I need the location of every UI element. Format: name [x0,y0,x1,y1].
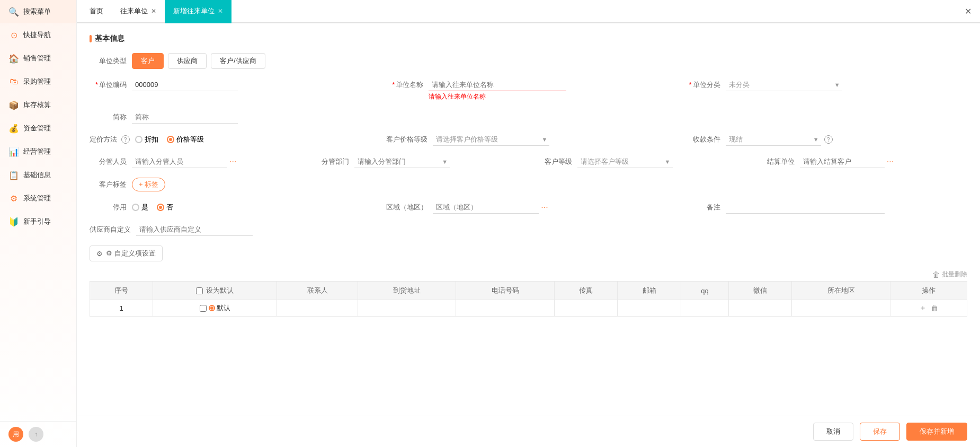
row-actions: ＋ 🗑 [896,303,961,313]
finance-icon: 💰 [8,123,19,134]
sidebar-item-search[interactable]: 🔍 搜索菜单 [0,0,76,23]
customer-level-select[interactable]: 请选择客户等级 [577,155,673,168]
row-delete-icon[interactable]: 🗑 [931,304,938,312]
pricing-discount[interactable]: 折扣 [135,135,158,144]
sidebar-item-inventory[interactable]: 📦 库存核算 [0,93,76,117]
sidebar-item-system[interactable]: ⚙ 系统管理 [0,187,76,210]
row-disabled-region: 停用 是 否 区域（地区） ··· 备注 [90,201,967,214]
cell-default: 默认 [153,300,277,317]
unit-type-customer[interactable]: 客户 [132,53,164,69]
table-header-checkbox[interactable] [196,287,203,294]
sidebar-item-quick-nav[interactable]: ⊙ 快捷导航 [0,23,76,47]
unit-name-input[interactable] [429,78,566,91]
region-label: 区域（地区） [386,203,433,212]
table-row: 1 默认 [90,300,967,317]
sidebar-item-purchase[interactable]: 🛍 采购管理 [0,70,76,93]
tab-add-partner-close[interactable]: ✕ [218,7,223,15]
col-address: 到货地址 [358,282,456,300]
cell-wechat [729,300,792,317]
table-header-row: 序号 设为默认 联系人 到货地址 电话号码 传真 邮箱 qq 微信 所在地区 [90,282,967,300]
customer-tag-field: 客户标签 + 标签 [90,178,967,191]
payment-terms-help[interactable]: ? [824,135,833,144]
batch-delete-icon: 🗑 [932,270,940,279]
disabled-no[interactable]: 否 [157,203,173,212]
row-add-icon[interactable]: ＋ [919,303,926,313]
supplier-custom-input[interactable] [136,223,253,236]
sidebar-item-finance[interactable]: 💰 资金管理 [0,117,76,140]
region-dots[interactable]: ··· [539,203,550,212]
cell-address [358,300,456,317]
customer-price-level-label: 客户价格等级 [386,135,433,144]
pricing-discount-radio[interactable] [135,136,142,143]
disabled-yes[interactable]: 是 [132,203,148,212]
tab-home[interactable]: 首页 [81,0,112,23]
col-default: 设为默认 [153,282,277,300]
settlement-unit-label: 结算单位 [758,157,800,166]
disabled-no-radio[interactable] [157,204,164,211]
sidebar-item-operations[interactable]: 📊 经营管理 [0,140,76,163]
unit-type-supplier[interactable]: 供应商 [168,53,207,69]
unit-name-error: 请输入往来单位名称 [429,92,486,101]
search-icon: 🔍 [8,6,19,17]
sidebar-settings-icon[interactable]: ↑ [29,427,43,442]
tab-bar-close[interactable]: ✕ [960,6,976,16]
pricing-method-label: 定价方法 ? [90,135,135,144]
add-tag-button[interactable]: + 标签 [132,178,165,191]
sidebar-item-guide[interactable]: 🔰 新手引导 [0,210,76,233]
row-abbr: 简称 [90,111,967,124]
cell-phone [456,300,555,317]
col-phone: 电话号码 [456,282,555,300]
sidebar-user-icon[interactable]: 用 [8,427,23,442]
manager-dots[interactable]: ··· [227,157,238,166]
department-input[interactable] [354,155,450,168]
batch-delete-label[interactable]: 批量删除 [942,270,967,279]
customer-price-level-select[interactable]: 请选择客户价格等级 [433,133,549,145]
row-pricing: 定价方法 ? 折扣 价格等级 客户价格等级 [90,133,967,146]
pricing-price-level[interactable]: 价格等级 [167,135,204,144]
settlement-unit-field: 结算单位 ··· [758,155,967,168]
col-qq: qq [681,282,728,300]
unit-type-both[interactable]: 客户/供应商 [211,53,265,69]
cell-action: ＋ 🗑 [890,300,967,317]
manager-input[interactable] [132,155,227,168]
section-title-bar [90,35,92,42]
settlement-unit-dots[interactable]: ··· [885,157,896,166]
disabled-yes-radio[interactable] [132,204,139,211]
tab-partner-list-close[interactable]: ✕ [151,7,156,15]
cancel-button[interactable]: 取消 [813,423,853,441]
remark-input[interactable] [726,201,885,214]
save-button[interactable]: 保存 [860,423,900,441]
region-input[interactable] [433,201,539,214]
sidebar-item-sales[interactable]: 🏠 销售管理 [0,47,76,70]
unit-type-field: 单位类型 客户 供应商 客户/供应商 [90,53,967,69]
cell-qq [681,300,728,317]
sidebar-item-basic-info[interactable]: 📋 基础信息 [0,163,76,187]
customer-price-level-field: 客户价格等级 请选择客户价格等级 ▼ [386,133,670,146]
default-radio-label[interactable]: 默认 [209,303,230,313]
supplier-custom-field: 供应商自定义 [90,223,275,236]
system-icon: ⚙ [8,193,19,204]
col-index: 序号 [90,282,153,300]
col-action: 操作 [890,282,967,300]
abbr-label: 简称 [90,112,132,122]
pricing-method-help[interactable]: ? [121,135,130,144]
unit-type-row: 单位类型 客户 供应商 客户/供应商 [90,53,967,69]
payment-terms-select[interactable]: 现结 [726,133,821,145]
unit-category-select[interactable]: 未分类 [726,78,842,91]
abbr-input[interactable] [132,111,238,124]
inventory-icon: 📦 [8,100,19,110]
guide-icon: 🔰 [8,216,19,227]
save-new-button[interactable]: 保存并新增 [906,423,967,441]
custom-settings-button[interactable]: ⚙ ⚙ 自定义项设置 [90,246,163,261]
supplier-custom-label: 供应商自定义 [90,225,136,234]
pricing-level-radio[interactable] [167,136,174,143]
payment-terms-field: 收款条件 现结 ▼ ? [683,133,967,146]
unit-code-input[interactable] [132,78,238,91]
row-checkbox[interactable] [200,305,207,312]
tab-add-partner[interactable]: 新增往来单位 ✕ [165,0,231,23]
tab-partner-list[interactable]: 往来单位 ✕ [112,0,165,23]
disabled-label: 停用 [90,203,132,212]
default-radio[interactable] [209,305,215,311]
customer-level-field: 客户等级 请选择客户等级 ▼ [535,155,745,168]
settlement-unit-input[interactable] [800,155,885,168]
